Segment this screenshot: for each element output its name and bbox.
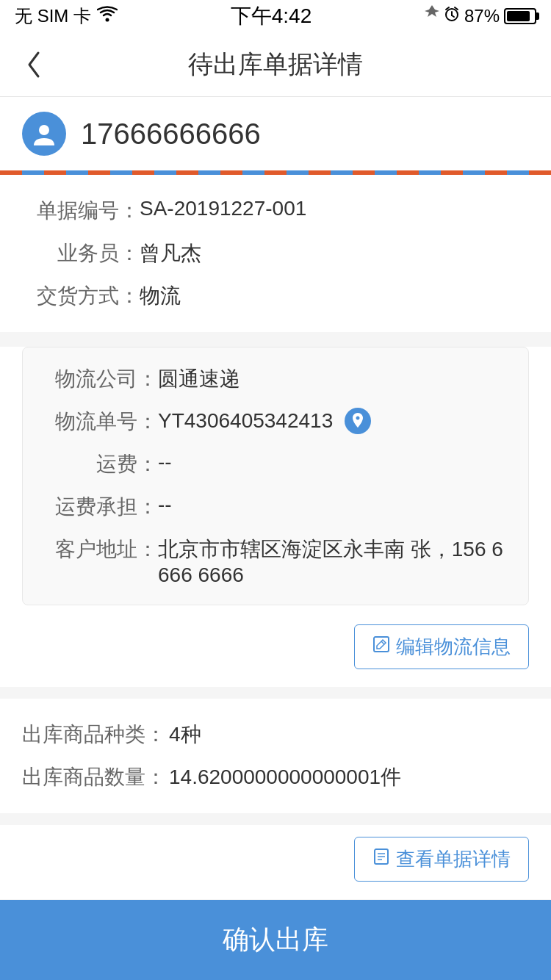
- back-button[interactable]: [18, 48, 50, 81]
- freight-row: 运费： --: [40, 450, 511, 478]
- address-value: 北京市市辖区海淀区永丰南 张，156 6666 6666: [158, 536, 511, 587]
- page-title: 待出库单据详情: [188, 48, 363, 82]
- freight-bearer-label: 运费承担：: [40, 493, 158, 521]
- logistics-company-row: 物流公司： 圆通速递: [40, 365, 511, 393]
- logistics-tracking-label: 物流单号：: [40, 408, 158, 436]
- status-right: 87%: [425, 5, 536, 27]
- order-number-row: 单据编号： SA-20191227-001: [22, 197, 529, 225]
- logistics-tracking-value: YT4306405342413: [158, 408, 511, 434]
- delivery-label: 交货方式：: [22, 282, 140, 310]
- wifi-icon: [97, 6, 118, 26]
- confirm-button[interactable]: 确认出库: [223, 922, 328, 958]
- delivery-value: 物流: [140, 282, 529, 310]
- section-divider-1: [0, 687, 551, 699]
- view-detail-row: 查看单据详情: [0, 825, 551, 899]
- document-icon: [372, 848, 390, 871]
- goods-quantity-row: 出库商品数量： 14.6200000000000001件: [22, 763, 529, 791]
- logistics-card: 物流公司： 圆通速递 物流单号： YT4306405342413 运费： --: [22, 347, 529, 605]
- view-detail-button[interactable]: 查看单据详情: [354, 837, 529, 882]
- edit-logistics-label: 编辑物流信息: [396, 634, 511, 660]
- nav-bar: 待出库单据详情: [0, 32, 551, 97]
- delivery-row: 交货方式： 物流: [22, 282, 529, 310]
- status-time: 下午4:42: [231, 2, 312, 30]
- logistics-company-value: 圆通速递: [158, 365, 511, 393]
- order-number-label: 单据编号：: [22, 197, 140, 225]
- svg-line-3: [452, 15, 454, 17]
- view-detail-label: 查看单据详情: [396, 846, 511, 872]
- svg-point-4: [39, 125, 49, 135]
- battery-icon: [504, 8, 536, 24]
- edit-logistics-button[interactable]: 编辑物流信息: [354, 624, 529, 669]
- goods-type-label: 出库商品种类：: [22, 721, 169, 749]
- salesman-row: 业务员： 曾凡杰: [22, 239, 529, 267]
- svg-rect-5: [374, 637, 389, 652]
- logistics-tracking-row: 物流单号： YT4306405342413: [40, 408, 511, 436]
- logistics-company-label: 物流公司：: [40, 365, 158, 393]
- order-info-section: 单据编号： SA-20191227-001 业务员： 曾凡杰 交货方式： 物流: [0, 175, 551, 332]
- tracking-number: YT4306405342413: [158, 409, 333, 433]
- battery-percent: 87%: [464, 6, 500, 26]
- tracking-location-icon[interactable]: [345, 408, 371, 434]
- freight-value: --: [158, 450, 511, 474]
- goods-type-value: 4种: [169, 721, 201, 749]
- address-row: 客户地址： 北京市市辖区海淀区永丰南 张，156 6666 6666: [40, 536, 511, 587]
- address-label: 客户地址：: [40, 536, 158, 563]
- freight-label: 运费：: [40, 450, 158, 478]
- carrier-label: 无 SIM 卡: [15, 4, 91, 28]
- salesman-label: 业务员：: [22, 239, 140, 267]
- goods-type-row: 出库商品种类： 4种: [22, 721, 529, 749]
- status-bar: 无 SIM 卡 下午4:42 87: [0, 0, 551, 32]
- goods-quantity-label: 出库商品数量：: [22, 763, 169, 791]
- alarm-status-icon: [444, 6, 460, 26]
- logistics-section: 物流公司： 圆通速递 物流单号： YT4306405342413 运费： --: [0, 347, 551, 687]
- user-phone: 17666666666: [81, 118, 261, 151]
- edit-btn-row: 编辑物流信息: [0, 613, 551, 687]
- salesman-value: 曾凡杰: [140, 239, 529, 267]
- svg-point-0: [106, 18, 109, 22]
- freight-bearer-row: 运费承担： --: [40, 493, 511, 521]
- edit-icon: [372, 635, 390, 658]
- location-status-icon: [425, 5, 439, 27]
- freight-bearer-value: --: [158, 493, 511, 516]
- user-header: 17666666666: [0, 97, 551, 170]
- goods-quantity-value: 14.6200000000000001件: [169, 763, 401, 791]
- goods-section: 出库商品种类： 4种 出库商品数量： 14.6200000000000001件: [0, 699, 551, 813]
- status-left: 无 SIM 卡: [15, 4, 118, 28]
- avatar: [22, 112, 66, 156]
- svg-line-6: [381, 641, 384, 644]
- confirm-btn-container: 确认出库: [0, 900, 551, 980]
- order-number-value: SA-20191227-001: [140, 197, 529, 220]
